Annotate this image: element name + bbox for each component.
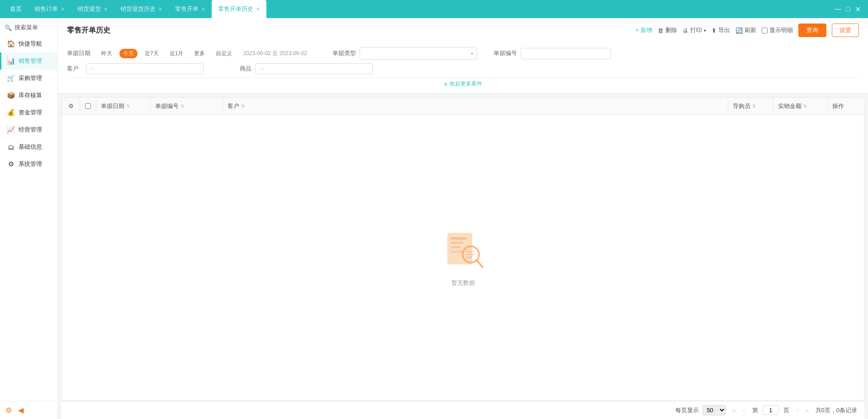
sidebar-search[interactable]: 🔍 搜索菜单 (0, 18, 57, 35)
close-btn[interactable]: ✕ (855, 5, 861, 14)
per-page-select[interactable]: 50 10 20 100 (702, 405, 726, 415)
collapse-row: ∧ 收起更多条件 (67, 78, 859, 89)
tab-bar: 首页 销售订单 ✕ 销货退货 ✕ 销货退货历史 ✕ 零售开单 ✕ 零售开单历史 … (0, 0, 868, 18)
sidebar-item-quick-nav[interactable]: 🏠 快捷导航 (0, 35, 57, 52)
type-select[interactable]: ▾ (360, 47, 477, 60)
first-page-btn[interactable]: « (730, 406, 738, 414)
tab-sales-return-history[interactable]: 销货退货历史 ✕ (114, 0, 169, 18)
prev-page-btn[interactable]: ‹ (740, 406, 748, 414)
tab-close-sales-return-history[interactable]: ✕ (158, 6, 162, 12)
svg-line-6 (477, 260, 483, 267)
page-title-row: 零售开单历史 + 新增 🗑 删除 🖨 打印 ▾ ⬆ 导出 (67, 24, 859, 37)
th-settings[interactable]: ⚙ (62, 98, 80, 114)
business-icon: 📈 (7, 126, 15, 134)
date-btn-7days[interactable]: 近7天 (141, 49, 162, 58)
customer-input[interactable]: ··· (86, 63, 204, 74)
amount-sort-icon[interactable]: ⇅ (803, 104, 807, 108)
print-button[interactable]: 🖨 打印 ▾ (683, 26, 706, 34)
delete-button[interactable]: 🗑 删除 (658, 26, 677, 34)
tab-home[interactable]: 首页 (4, 0, 28, 18)
per-page-label: 每页显示 (675, 406, 699, 414)
query-button[interactable]: 查询 (798, 24, 826, 37)
date-btn-1month[interactable]: 近1月 (166, 49, 187, 58)
th-amount[interactable]: 实销金额 ⇅ (773, 98, 828, 114)
collapse-sidebar-icon[interactable]: ◀ (18, 406, 24, 414)
chart-icon: 📊 (7, 57, 15, 65)
maximize-btn[interactable]: □ (846, 5, 850, 14)
date-range: 2023-06-02 至 2023-06-02 (243, 50, 307, 57)
next-page-btn[interactable]: › (794, 406, 801, 414)
date-sort-icon[interactable]: ⇅ (126, 104, 130, 108)
select-all-checkbox[interactable] (85, 103, 91, 109)
th-number[interactable]: 单据编号 ⇅ (151, 98, 223, 114)
page-number-input[interactable] (763, 405, 779, 415)
sidebar-item-inventory[interactable]: 📦 库存核算 (0, 87, 57, 104)
tab-retail-open-history[interactable]: 零售开单历史 ✕ (212, 0, 266, 18)
type-select-arrow: ▾ (471, 51, 473, 56)
customer-ellipsis: ··· (90, 66, 95, 72)
svg-rect-3 (451, 246, 460, 248)
number-label: 单据编号 (493, 49, 517, 57)
date-btn-more[interactable]: 更多 (190, 49, 209, 58)
finance-icon: 💰 (7, 108, 15, 117)
empty-text: 暂无数据 (451, 279, 475, 287)
svg-rect-4 (451, 251, 464, 253)
minimize-btn[interactable]: — (834, 5, 841, 14)
print-icon: 🖨 (683, 27, 688, 34)
content-area: 零售开单历史 + 新增 🗑 删除 🖨 打印 ▾ ⬆ 导出 (58, 18, 868, 419)
last-page-btn[interactable]: » (803, 406, 811, 414)
date-btn-today[interactable]: 今天 (119, 49, 138, 58)
export-icon: ⬆ (711, 27, 716, 34)
customer-sort-icon[interactable]: ⇅ (241, 104, 245, 108)
tab-close-sales-order[interactable]: ✕ (61, 6, 65, 12)
product-input[interactable]: ··· (255, 63, 373, 74)
tab-close-retail-open-history[interactable]: ✕ (256, 6, 260, 12)
page-nav: « ‹ 第 页 › » (730, 405, 811, 415)
date-btn-yesterday[interactable]: 昨天 (98, 49, 116, 58)
export-button[interactable]: ⬆ 导出 (711, 26, 730, 34)
page-header: 零售开单历史 + 新增 🗑 删除 🖨 打印 ▾ ⬆ 导出 (58, 18, 868, 94)
th-customer[interactable]: 客户 ⇅ (223, 98, 728, 114)
sidebar-item-sys-mgmt[interactable]: ⚙ 系统管理 (0, 155, 57, 173)
sidebar-item-sales-mgmt[interactable]: 📊 销售管理 (0, 52, 57, 70)
number-sort-icon[interactable]: ⇅ (180, 104, 184, 108)
box-icon: 📦 (7, 91, 15, 99)
add-button[interactable]: + 新增 (636, 26, 652, 34)
setting-button[interactable]: 设置 (832, 24, 859, 37)
home-icon: 🏠 (7, 40, 15, 48)
gear-icon: ⚙ (7, 160, 15, 168)
type-label: 单据类型 (332, 49, 356, 57)
refresh-icon: 🔄 (735, 27, 743, 34)
info-icon: 🗂 (7, 143, 15, 151)
product-ellipsis: ··· (259, 66, 264, 72)
window-controls: — □ ✕ (834, 5, 864, 14)
print-chevron-icon: ▾ (704, 28, 706, 33)
th-checkbox[interactable] (80, 98, 96, 114)
settings-icon[interactable]: ⚙ (5, 406, 12, 414)
tab-close-retail-open[interactable]: ✕ (201, 6, 205, 12)
number-input[interactable] (521, 48, 611, 59)
main-layout: 🔍 搜索菜单 🏠 快捷导航 📊 销售管理 🛒 采购管理 📦 库存核算 💰 资金管… (0, 18, 868, 419)
tab-sales-order[interactable]: 销售订单 ✕ (28, 0, 71, 18)
sidebar-item-business[interactable]: 📈 经营管理 (0, 121, 57, 138)
column-settings-icon[interactable]: ⚙ (68, 103, 74, 109)
display-detail-button[interactable]: 显示明细 (762, 26, 793, 34)
sidebar-item-finance[interactable]: 💰 资金管理 (0, 104, 57, 121)
tab-retail-open[interactable]: 零售开单 ✕ (169, 0, 212, 18)
sidebar: 🔍 搜索菜单 🏠 快捷导航 📊 销售管理 🛒 采购管理 📦 库存核算 💰 资金管… (0, 18, 58, 419)
th-date[interactable]: 单据日期 ⇅ (96, 98, 151, 114)
collapse-button[interactable]: ∧ 收起更多条件 (444, 80, 482, 88)
date-btn-custom[interactable]: 自定义 (212, 49, 236, 58)
customer-label: 客户 (67, 65, 79, 73)
display-detail-checkbox[interactable] (762, 28, 768, 33)
th-guide[interactable]: 导购员 ⇅ (728, 98, 773, 114)
refresh-button[interactable]: 🔄 刷新 (735, 26, 756, 34)
sidebar-item-purchase-mgmt[interactable]: 🛒 采购管理 (0, 70, 57, 87)
tab-sales-return[interactable]: 销货退货 ✕ (71, 0, 114, 18)
table-header: ⚙ 单据日期 ⇅ 单据编号 ⇅ 客户 ⇅ 导购员 (62, 98, 864, 115)
tab-close-sales-return[interactable]: ✕ (104, 6, 108, 12)
page-suffix: 页 (781, 405, 792, 415)
sidebar-item-base-info[interactable]: 🗂 基础信息 (0, 138, 57, 155)
guide-sort-icon[interactable]: ⇅ (752, 104, 756, 108)
filter-row-2: 客户 ··· 商品 ··· (67, 63, 859, 74)
